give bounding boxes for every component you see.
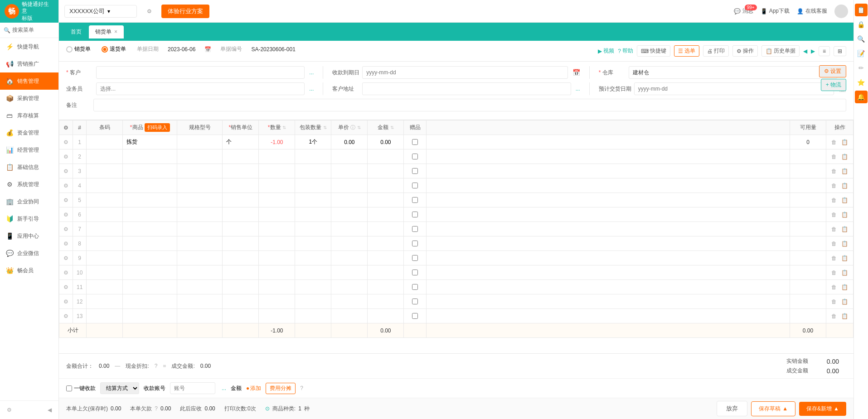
rs-icon-note[interactable]: 📝 [855, 47, 868, 60]
row-amount-10[interactable] [368, 280, 404, 294]
row-amount-8[interactable] [368, 251, 404, 265]
copy-icon-5[interactable]: 📋 [841, 212, 848, 218]
customer-addr-dots[interactable]: ... [576, 86, 580, 92]
receive-date-calendar-icon[interactable]: 📅 [572, 69, 580, 76]
row-price-5[interactable] [331, 207, 368, 222]
row-price-1[interactable] [331, 149, 368, 164]
row-settings-4[interactable]: ⚙ [59, 193, 73, 207]
collapse-icon[interactable]: ◀ [44, 405, 55, 415]
form-settings-button[interactable]: ⚙ 设置 [819, 65, 846, 77]
row-unit-1[interactable] [223, 149, 259, 164]
row-pkg-qty-8[interactable] [295, 251, 331, 265]
copy-icon-4[interactable]: 📋 [841, 197, 848, 203]
row-barcode-4[interactable] [87, 193, 123, 207]
row-amount-3[interactable] [368, 178, 404, 193]
rs-icon-orange[interactable]: 🔔 [855, 91, 868, 103]
copy-icon-8[interactable]: 📋 [841, 255, 848, 261]
row-settings-2[interactable]: ⚙ [59, 164, 73, 178]
row-qty-8[interactable] [259, 251, 295, 265]
print-btn[interactable]: 🖨 打印 [703, 45, 729, 57]
app-download-btn[interactable]: 📱 App下载 [761, 7, 790, 15]
row-price-4[interactable] [331, 193, 368, 207]
select-order-btn[interactable]: ☰ 选单 [674, 45, 699, 57]
row-price-8[interactable] [331, 251, 368, 265]
history-btn[interactable]: 📋 历史单据 [761, 45, 800, 57]
row-product-11[interactable] [123, 294, 177, 309]
row-barcode-11[interactable] [87, 294, 123, 309]
abandon-button[interactable]: 放弃 [717, 401, 747, 416]
row-amount-1[interactable] [368, 149, 404, 164]
fee-help-icon[interactable]: ? [300, 385, 303, 391]
row-amount-6[interactable] [368, 222, 404, 236]
row-barcode-9[interactable] [87, 265, 123, 280]
row-price-2[interactable] [331, 164, 368, 178]
row-amount-12[interactable] [368, 309, 404, 323]
row-price-0[interactable] [331, 135, 368, 149]
row-settings-9[interactable]: ⚙ [59, 265, 73, 280]
delete-icon-2[interactable]: 🗑 [831, 168, 837, 174]
delete-icon-1[interactable]: 🗑 [831, 154, 837, 160]
row-unit-9[interactable] [223, 265, 259, 280]
settlement-method-select[interactable]: 结算方式 [100, 382, 139, 394]
row-settings-12[interactable]: ⚙ [59, 309, 73, 323]
customer-dots[interactable]: ... [309, 69, 314, 76]
row-spec-10[interactable] [177, 280, 223, 294]
delete-icon-12[interactable]: 🗑 [831, 313, 837, 319]
row-spec-0[interactable] [177, 135, 223, 149]
copy-icon-12[interactable]: 📋 [841, 313, 848, 319]
row-product-3[interactable] [123, 178, 177, 193]
row-amount-7[interactable] [368, 236, 404, 251]
sidebar-item-wechat[interactable]: 💬 企业微信 [0, 245, 58, 262]
prev-record-btn[interactable]: ◀ [803, 48, 807, 54]
row-barcode-10[interactable] [87, 280, 123, 294]
sidebar-item-basic[interactable]: 📋 基础信息 [0, 159, 58, 176]
product-type-icon[interactable]: ⊙ [265, 405, 270, 412]
row-settings-6[interactable]: ⚙ [59, 222, 73, 236]
row-qty-3[interactable] [259, 178, 295, 193]
row-spec-7[interactable] [177, 236, 223, 251]
scan-barcode-btn[interactable]: 扫码录入 [145, 123, 170, 132]
company-selector[interactable]: XXXXXX公司 ▾ [64, 5, 137, 18]
row-gift-11[interactable] [404, 294, 427, 309]
row-spec-5[interactable] [177, 207, 223, 222]
delete-icon-6[interactable]: 🗑 [831, 226, 837, 232]
row-qty-5[interactable] [259, 207, 295, 222]
rs-icon-lock[interactable]: 🔒 [855, 18, 868, 31]
receive-date-input[interactable] [362, 66, 567, 79]
row-amount-11[interactable] [368, 294, 404, 309]
row-qty-9[interactable] [259, 265, 295, 280]
copy-icon-1[interactable]: 📋 [841, 154, 848, 160]
sidebar-item-operations[interactable]: 📊 经营管理 [0, 141, 58, 159]
row-product-0[interactable] [123, 135, 177, 149]
copy-icon-9[interactable]: 📋 [841, 270, 848, 276]
row-price-6[interactable] [331, 222, 368, 236]
copy-icon-2[interactable]: 📋 [841, 168, 848, 174]
copy-icon-10[interactable]: 📋 [841, 284, 848, 290]
row-price-3[interactable] [331, 178, 368, 193]
add-btn[interactable]: ●添加 [246, 385, 261, 392]
row-amount-4[interactable] [368, 193, 404, 207]
logistics-button[interactable]: + 物流 [821, 79, 846, 91]
bank-dots[interactable]: ... [222, 385, 226, 391]
row-spec-1[interactable] [177, 149, 223, 164]
row-gift-7[interactable] [404, 236, 427, 251]
next-record-btn[interactable]: ▶ [811, 48, 815, 54]
row-unit-10[interactable] [223, 280, 259, 294]
copy-icon-0[interactable]: 📋 [841, 139, 848, 145]
row-qty-0[interactable] [259, 135, 295, 149]
row-pkg-qty-3[interactable] [295, 178, 331, 193]
delete-icon-3[interactable]: 🗑 [831, 183, 837, 189]
delete-icon-4[interactable]: 🗑 [831, 197, 837, 203]
row-gift-10[interactable] [404, 280, 427, 294]
save-draft-button[interactable]: 保存草稿 ▲ [751, 401, 795, 416]
row-settings-0[interactable]: ⚙ [59, 135, 73, 149]
row-unit-4[interactable] [223, 193, 259, 207]
row-pkg-qty-11[interactable] [295, 294, 331, 309]
row-product-1[interactable] [123, 149, 177, 164]
row-gift-3[interactable] [404, 178, 427, 193]
row-spec-11[interactable] [177, 294, 223, 309]
row-settings-10[interactable]: ⚙ [59, 280, 73, 294]
delete-icon-10[interactable]: 🗑 [831, 284, 837, 290]
row-product-4[interactable] [123, 193, 177, 207]
trial-button[interactable]: 体验行业方案 [161, 5, 209, 18]
